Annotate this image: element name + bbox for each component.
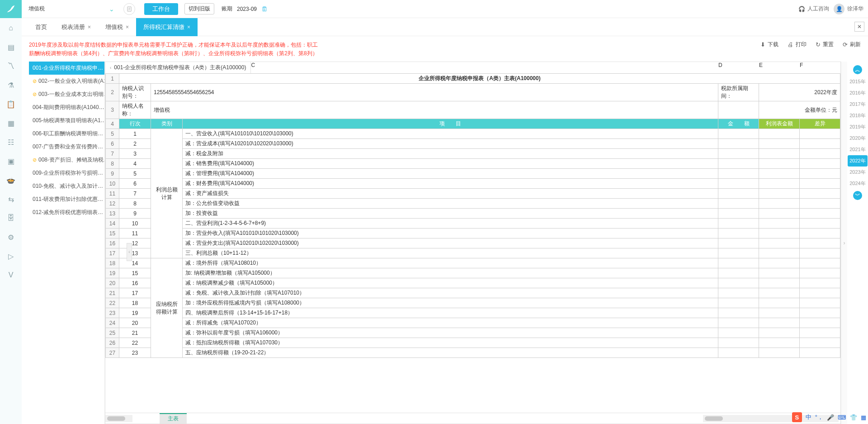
cell-pl-amount[interactable] xyxy=(759,328,800,338)
print-button[interactable]: 🖨打印 xyxy=(788,41,807,48)
refresh-button[interactable]: ⟳刷新 xyxy=(843,41,861,48)
form-list-item-10[interactable]: 011-研发费用加计扣除优惠… xyxy=(29,193,104,206)
cell-diff[interactable] xyxy=(800,328,840,338)
doc-round-icon[interactable] xyxy=(123,3,135,15)
nav-ledger-icon[interactable]: ▤ xyxy=(5,42,16,52)
cell-amount[interactable] xyxy=(718,149,759,159)
cell-pl-amount[interactable] xyxy=(759,219,800,229)
cell-diff[interactable] xyxy=(800,169,840,179)
nav-transfer-icon[interactable]: ⇆ xyxy=(5,194,16,205)
cell-amount[interactable] xyxy=(718,139,759,149)
cell-diff[interactable] xyxy=(800,348,840,358)
nav-gear-icon[interactable]: ⚙ xyxy=(5,232,16,243)
cell-pl-amount[interactable] xyxy=(759,318,800,328)
ime-lang[interactable]: 中 xyxy=(806,413,811,421)
user-area[interactable]: 👤 徐泽华 xyxy=(834,4,863,14)
cell-pl-amount[interactable] xyxy=(759,348,800,358)
tab-2[interactable]: 增值税× xyxy=(98,18,136,36)
cell-diff[interactable] xyxy=(800,318,840,328)
cell-diff[interactable] xyxy=(800,268,840,278)
app-logo[interactable] xyxy=(0,0,22,18)
cell-amount[interactable] xyxy=(718,248,759,258)
cell-amount[interactable] xyxy=(718,189,759,199)
sheet-right-collapse[interactable]: › xyxy=(841,62,847,424)
year-2024年[interactable]: 2024年 xyxy=(848,178,867,189)
nav-home-icon[interactable]: ⌂ xyxy=(5,23,16,33)
cell-amount[interactable] xyxy=(718,298,759,308)
form-list-collapse-button[interactable]: ‹ xyxy=(127,243,132,261)
cell-pl-amount[interactable] xyxy=(759,209,800,219)
cell-diff[interactable] xyxy=(800,129,840,139)
tab-close-icon[interactable]: × xyxy=(88,24,91,30)
switch-old-button[interactable]: 切到旧版 xyxy=(184,3,214,14)
cell-amount[interactable] xyxy=(718,219,759,229)
cell-amount[interactable] xyxy=(718,258,759,268)
cell-pl-amount[interactable] xyxy=(759,149,800,159)
cell-pl-amount[interactable] xyxy=(759,159,800,169)
cell-amount[interactable] xyxy=(718,129,759,139)
form-list-item-1[interactable]: ⊘002-一般企业收入明细表(A1… xyxy=(29,75,104,88)
year-2019年[interactable]: 2019年 xyxy=(848,121,867,133)
cell-pl-amount[interactable] xyxy=(759,189,800,199)
year-2023年[interactable]: 2023年 xyxy=(848,167,867,178)
tab-3[interactable]: 所得税汇算清缴× xyxy=(136,18,198,36)
year-down-button[interactable]: ︾ xyxy=(853,191,862,200)
cell-diff[interactable] xyxy=(800,278,840,288)
tab-close-icon[interactable]: × xyxy=(126,24,129,30)
cell-pl-amount[interactable] xyxy=(759,199,800,209)
cell-amount[interactable] xyxy=(718,338,759,348)
year-2018年[interactable]: 2018年 xyxy=(848,110,867,121)
form-list-item-7[interactable]: ⊘008-资产折旧、摊销及纳税… xyxy=(29,153,104,167)
cell-amount[interactable] xyxy=(718,238,759,248)
form-list-item-6[interactable]: 007-广告费和业务宣传费跨… xyxy=(29,140,104,153)
cell-diff[interactable] xyxy=(800,288,840,298)
cell-pl-amount[interactable] xyxy=(759,298,800,308)
workbench-button[interactable]: 工作台 xyxy=(144,3,178,15)
tab-0[interactable]: 首页 xyxy=(28,18,54,36)
cell-pl-amount[interactable] xyxy=(759,288,800,298)
cell-amount[interactable] xyxy=(718,328,759,338)
nav-chart-icon[interactable]: 〽 xyxy=(5,61,16,71)
ime-skin-icon[interactable]: 👕 xyxy=(850,414,857,421)
ime-keyboard-icon[interactable]: ⌨ xyxy=(838,414,846,421)
cell-amount[interactable] xyxy=(718,179,759,189)
ime-logo-icon[interactable]: S xyxy=(792,412,802,422)
cell-diff[interactable] xyxy=(800,159,840,169)
sheet-path-tab[interactable]: 001-企业所得税年度纳税申报表（A类）主表(A100000) xyxy=(114,64,246,71)
consult-link[interactable]: 🎧 人工咨询 xyxy=(798,5,829,13)
cell-amount[interactable] xyxy=(718,288,759,298)
nav-doc-icon[interactable]: ☷ xyxy=(5,137,16,148)
ime-punct-icon[interactable]: °， xyxy=(815,413,823,421)
ime-toolbox-icon[interactable]: ▦ xyxy=(861,414,866,421)
year-2020年[interactable]: 2020年 xyxy=(848,133,867,144)
cell-diff[interactable] xyxy=(800,189,840,199)
tab-1[interactable]: 税表清册× xyxy=(54,18,98,36)
cell-amount[interactable] xyxy=(718,268,759,278)
entity-selector[interactable]: 增值税 ⌄ xyxy=(28,5,114,13)
form-list-item-5[interactable]: 006-职工薪酬纳税调整明细… xyxy=(29,127,104,140)
nav-v-icon[interactable]: V xyxy=(5,270,16,281)
cell-amount[interactable] xyxy=(718,318,759,328)
form-list-item-0[interactable]: 001-企业所得税年度纳税申… xyxy=(29,62,104,75)
sheet-footer-tab[interactable]: 主表 xyxy=(160,413,187,424)
cell-pl-amount[interactable] xyxy=(759,238,800,248)
sheet-scroll-area[interactable]: 1企业所得税年度纳税申报表（A类）主表(A100000)2纳税人识别号：1255… xyxy=(105,73,840,413)
form-list-item-8[interactable]: 009-企业所得税弥补亏损明… xyxy=(29,167,104,180)
cell-pl-amount[interactable] xyxy=(759,278,800,288)
year-2021年[interactable]: 2021年 xyxy=(848,144,867,155)
cell-amount[interactable] xyxy=(718,209,759,219)
cell-diff[interactable] xyxy=(800,199,840,209)
cell-pl-amount[interactable] xyxy=(759,248,800,258)
cell-amount[interactable] xyxy=(718,278,759,288)
reset-button[interactable]: ↻重置 xyxy=(816,41,834,48)
cell-diff[interactable] xyxy=(800,308,840,318)
year-2017年[interactable]: 2017年 xyxy=(848,99,867,110)
cell-diff[interactable] xyxy=(800,298,840,308)
cell-diff[interactable] xyxy=(800,209,840,219)
cell-diff[interactable] xyxy=(800,229,840,238)
year-up-button[interactable]: ︽ xyxy=(853,65,862,74)
hscroll-left[interactable] xyxy=(105,415,132,422)
form-list-item-2[interactable]: ⊘003-一般企业成本支出明细… xyxy=(29,88,104,101)
tab-close-icon[interactable]: × xyxy=(187,24,190,30)
year-2016年[interactable]: 2016年 xyxy=(848,87,867,99)
